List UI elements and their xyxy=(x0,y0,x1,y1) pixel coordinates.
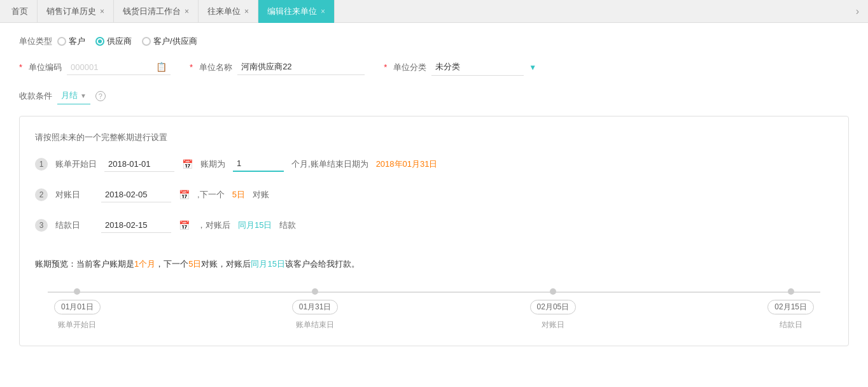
tab-edit-partner[interactable]: 编辑往来单位 × xyxy=(258,0,335,23)
setting-num-1: 1 xyxy=(35,158,48,171)
preview-p2: 5日 xyxy=(188,259,201,269)
unit-class-arrow-icon[interactable]: ▼ xyxy=(529,63,536,72)
timeline-nodes: 01月01日 账单开始日 01月31日 账单结束日 02月05日 对账日 xyxy=(54,285,814,330)
radio-supplier[interactable]: 供应商 xyxy=(95,36,132,47)
tab-sales-history[interactable]: 销售订单历史 × xyxy=(38,0,114,23)
unit-type-radio-group: 客户 供应商 客户/供应商 xyxy=(57,36,197,47)
unit-code-star: * xyxy=(19,62,22,72)
reconcile-day-highlight: 5日 xyxy=(232,189,245,201)
payment-row: 收款条件 月结 ▼ ? xyxy=(19,87,849,104)
timeline-dot-1 xyxy=(74,288,80,295)
payment-value: 月结 xyxy=(61,90,78,101)
close-cash-work-icon[interactable]: × xyxy=(185,7,189,16)
unit-code-input[interactable] xyxy=(71,62,153,72)
tab-cash-work[interactable]: 钱货日清工作台 × xyxy=(114,0,199,23)
timeline-label-2: 账单结束日 xyxy=(296,320,334,330)
timeline-badge-4: 02月15日 xyxy=(767,300,814,314)
setting-label-3: 结款日 xyxy=(55,220,94,231)
tab-sales-history-label: 销售订单历史 xyxy=(46,6,96,17)
period-input[interactable] xyxy=(233,156,284,172)
radio-supplier-circle xyxy=(95,37,104,46)
period-end-date: 2018年01月31日 xyxy=(376,158,438,170)
period-prefix: 账期为 xyxy=(200,158,225,170)
payment-help-icon[interactable]: ? xyxy=(95,91,106,101)
timeline-node-2: 01月31日 账单结束日 xyxy=(292,285,339,330)
payment-select[interactable]: 月结 ▼ xyxy=(57,87,90,104)
preview-label: 账期预览：当前客户账期是 xyxy=(35,259,134,269)
payment-date-input[interactable] xyxy=(101,218,171,233)
start-date-input[interactable] xyxy=(104,157,174,172)
unit-code-label: 单位编码 xyxy=(29,62,62,73)
radio-both-label: 客户/供应商 xyxy=(153,36,197,47)
close-partner-icon[interactable]: × xyxy=(244,7,249,16)
tab-home[interactable]: 首页 xyxy=(3,0,38,23)
close-edit-partner-icon[interactable]: × xyxy=(321,7,325,16)
start-date-calendar-icon[interactable]: 📅 xyxy=(182,159,193,169)
setting-num-2: 2 xyxy=(35,188,48,201)
timeline-dot-3 xyxy=(550,288,556,295)
payment-day-highlight: 同月15日 xyxy=(238,220,272,231)
payment-label: 收款条件 xyxy=(19,90,52,102)
timeline-label-3: 对账日 xyxy=(542,320,564,330)
radio-customer-label: 客户 xyxy=(69,36,85,47)
tab-edit-partner-label: 编辑往来单位 xyxy=(267,6,317,17)
payment-desc-prefix: ，对账后 xyxy=(197,220,230,231)
unit-class-value: 未分类 xyxy=(435,61,460,73)
setting-num-3: 3 xyxy=(35,219,48,232)
radio-customer[interactable]: 客户 xyxy=(57,36,85,47)
timeline-label-1: 账单开始日 xyxy=(58,320,96,330)
panel-hint: 请按照未来的一个完整帐期进行设置 xyxy=(35,132,833,143)
unit-type-group: 单位类型 客户 供应商 客户/供应商 xyxy=(19,36,197,47)
radio-supplier-label: 供应商 xyxy=(107,36,132,47)
unit-name-input[interactable] xyxy=(237,60,365,75)
timeline-wrapper: 01月01日 账单开始日 01月31日 账单结束日 02月05日 对账日 xyxy=(35,285,833,330)
unit-name-label: 单位名称 xyxy=(199,62,232,73)
preview-section: 账期预览：当前客户账期是1个月，下一个5日对账，对账后同月15日该客户会给我打款… xyxy=(35,248,833,330)
calendar-copy-icon[interactable]: 📋 xyxy=(156,62,167,72)
timeline-node-3: 02月05日 对账日 xyxy=(530,285,577,330)
timeline-dot-4 xyxy=(788,288,794,295)
tab-partner[interactable]: 往来单位 × xyxy=(199,0,258,23)
radio-customer-circle xyxy=(57,37,66,46)
preview-p3: 同月15日 xyxy=(251,259,284,269)
tab-partner-label: 往来单位 xyxy=(207,6,241,17)
unit-info-row: * 单位编码 📋 * 单位名称 * 单位分类 未分类 ▼ xyxy=(19,59,849,76)
tab-bar: 首页 销售订单历史 × 钱货日清工作台 × 往来单位 × 编辑往来单位 × › xyxy=(0,0,868,23)
setting-row-2: 2 对账日 📅 ,下一个 5日 对账 xyxy=(35,187,833,202)
timeline-node-1: 01月01日 账单开始日 xyxy=(54,285,101,330)
period-suffix: 个月,账单结束日期为 xyxy=(291,158,368,170)
payment-group: 收款条件 月结 ▼ ? xyxy=(19,87,106,104)
payment-arrow-icon: ▼ xyxy=(80,92,87,99)
preview-mid1: ，下一个 xyxy=(155,259,188,269)
unit-class-star: * xyxy=(384,62,387,72)
timeline-badge-3: 02月05日 xyxy=(530,300,577,314)
timeline-badge-2: 01月31日 xyxy=(292,300,339,314)
unit-class-select[interactable]: 未分类 xyxy=(431,59,524,76)
payment-desc-suffix: 结款 xyxy=(279,220,296,231)
reconcile-desc-prefix: ,下一个 xyxy=(197,189,225,201)
unit-type-label: 单位类型 xyxy=(19,36,52,47)
unit-code-input-wrapper: 📋 xyxy=(67,59,171,75)
setting-label-1: 账单开始日 xyxy=(55,158,97,170)
unit-type-row: 单位类型 客户 供应商 客户/供应商 xyxy=(19,36,849,47)
tab-more-button[interactable]: › xyxy=(850,0,865,23)
tab-home-label: 首页 xyxy=(11,6,28,17)
radio-both[interactable]: 客户/供应商 xyxy=(142,36,197,47)
preview-end: 该客户会给我打款。 xyxy=(285,259,360,269)
radio-both-circle xyxy=(142,37,151,46)
reconcile-date-input[interactable] xyxy=(101,187,171,202)
timeline-node-4: 02月15日 结款日 xyxy=(767,285,814,330)
timeline-label-4: 结款日 xyxy=(780,320,802,330)
unit-class-group: * 单位分类 未分类 ▼ xyxy=(384,59,536,76)
payment-date-calendar-icon[interactable]: 📅 xyxy=(179,220,190,230)
setting-row-3: 3 结款日 📅 ，对账后 同月15日 结款 xyxy=(35,218,833,233)
reconcile-date-calendar-icon[interactable]: 📅 xyxy=(179,190,190,200)
settings-panel: 请按照未来的一个完整帐期进行设置 1 账单开始日 📅 账期为 个月,账单结束日期… xyxy=(19,116,849,346)
setting-row-1: 1 账单开始日 📅 账期为 个月,账单结束日期为 2018年01月31日 xyxy=(35,156,833,172)
unit-name-star: * xyxy=(190,62,193,72)
preview-text: 账期预览：当前客户账期是1个月，下一个5日对账，对账后同月15日该客户会给我打款… xyxy=(35,258,833,270)
timeline-dot-2 xyxy=(312,288,318,295)
close-sales-history-icon[interactable]: × xyxy=(100,7,104,16)
unit-class-label: 单位分类 xyxy=(393,62,426,73)
main-content: 单位类型 客户 供应商 客户/供应商 * 单位编码 xyxy=(0,23,868,387)
